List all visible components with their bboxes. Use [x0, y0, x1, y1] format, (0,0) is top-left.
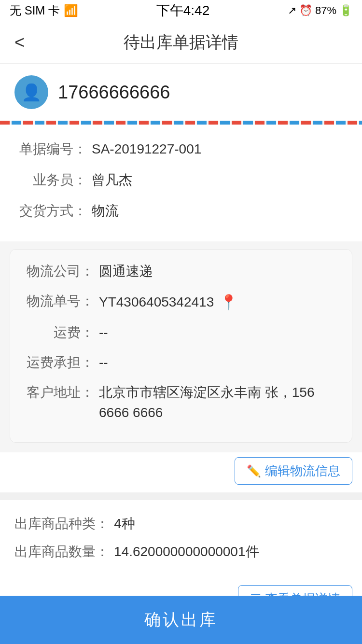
delivery-method-row: 交货方式： 物流 [14, 201, 348, 221]
logistics-tracking-label: 物流单号： [22, 291, 94, 311]
logistics-address-row: 客户地址： 北京市市辖区海淀区永丰南 张，156 6666 6666 [22, 382, 340, 423]
logistics-company-row: 物流公司： 圆通速递 [22, 261, 340, 281]
logistics-address-value: 北京市市辖区海淀区永丰南 张，156 6666 6666 [99, 382, 340, 423]
product-types-row: 出库商品种类： 4种 [14, 515, 348, 533]
product-types-label: 出库商品种类： [14, 515, 109, 533]
status-bar-right: ↗ ⏰ 87% 🔋 [288, 4, 352, 17]
edit-logistics-button[interactable]: ✏️ 编辑物流信息 [235, 457, 352, 485]
location-status-icon: ↗ [288, 4, 296, 17]
carrier-label: 无 SIM 卡 [10, 3, 60, 18]
status-bar: 无 SIM 卡 📶 下午4:42 ↗ ⏰ 87% 🔋 [0, 0, 362, 21]
confirm-outbound-button[interactable]: 确认出库 [0, 596, 362, 644]
customer-phone: 17666666666 [58, 82, 170, 103]
salesperson-value: 曾凡杰 [92, 170, 348, 190]
document-number-label: 单据编号： [14, 139, 87, 159]
tracking-location-icon[interactable]: 📍 [220, 291, 237, 313]
logistics-freight-row: 运费： -- [22, 322, 340, 343]
edit-icon: ✏️ [247, 464, 261, 478]
status-bar-time: 下午4:42 [156, 1, 210, 20]
nav-bar: < 待出库单据详情 [0, 21, 362, 64]
tracking-number-text: YT4306405342413 [99, 292, 214, 312]
logistics-freight-bearer-value: -- [99, 352, 340, 373]
delivery-method-label: 交货方式： [14, 201, 87, 221]
avatar: 👤 [14, 75, 48, 109]
logistics-freight-bearer-label: 运费承担： [22, 352, 94, 373]
product-quantity-row: 出库商品数量： 14.620000000000001件 [14, 543, 348, 561]
logistics-company-label: 物流公司： [22, 261, 94, 281]
edit-btn-row: ✏️ 编辑物流信息 [0, 452, 362, 492]
salesperson-label: 业务员： [14, 170, 87, 190]
logistics-address-label: 客户地址： [22, 382, 94, 403]
confirm-button-label: 确认出库 [144, 609, 218, 631]
logistics-company-value: 圆通速递 [99, 261, 340, 281]
status-bar-left: 无 SIM 卡 📶 [10, 3, 78, 18]
customer-header: 👤 17666666666 [0, 64, 362, 121]
logistics-tracking-row: 物流单号： YT4306405342413 📍 [22, 291, 340, 313]
document-number-row: 单据编号： SA-20191227-001 [14, 139, 348, 159]
battery-label: 87% [315, 4, 336, 17]
logistics-card: 物流公司： 圆通速递 物流单号： YT4306405342413 📍 运费： -… [10, 249, 352, 443]
product-types-value: 4种 [114, 515, 135, 533]
product-summary-section: 出库商品种类： 4种 出库商品数量： 14.620000000000001件 [0, 500, 362, 580]
basic-info-section: 单据编号： SA-20191227-001 业务员： 曾凡杰 交货方式： 物流 [0, 125, 362, 241]
wifi-icon: 📶 [64, 4, 78, 17]
edit-logistics-label: 编辑物流信息 [265, 462, 340, 479]
delivery-method-value: 物流 [92, 201, 348, 221]
logistics-tracking-value-container: YT4306405342413 📍 [99, 291, 340, 313]
document-number-value: SA-20191227-001 [92, 139, 348, 159]
logistics-freight-bearer-row: 运费承担： -- [22, 352, 340, 373]
product-quantity-value: 14.620000000000001件 [114, 543, 259, 561]
salesperson-row: 业务员： 曾凡杰 [14, 170, 348, 190]
battery-icon: 🔋 [339, 4, 352, 17]
logistics-freight-value: -- [99, 322, 340, 343]
logistics-freight-label: 运费： [22, 322, 94, 343]
section-separator [0, 492, 362, 500]
alarm-icon: ⏰ [299, 4, 312, 17]
back-button[interactable]: < [14, 32, 43, 53]
avatar-icon: 👤 [21, 83, 42, 102]
product-quantity-label: 出库商品数量： [14, 543, 109, 561]
dashed-divider [0, 121, 362, 125]
page-title: 待出库单据详情 [43, 31, 319, 54]
